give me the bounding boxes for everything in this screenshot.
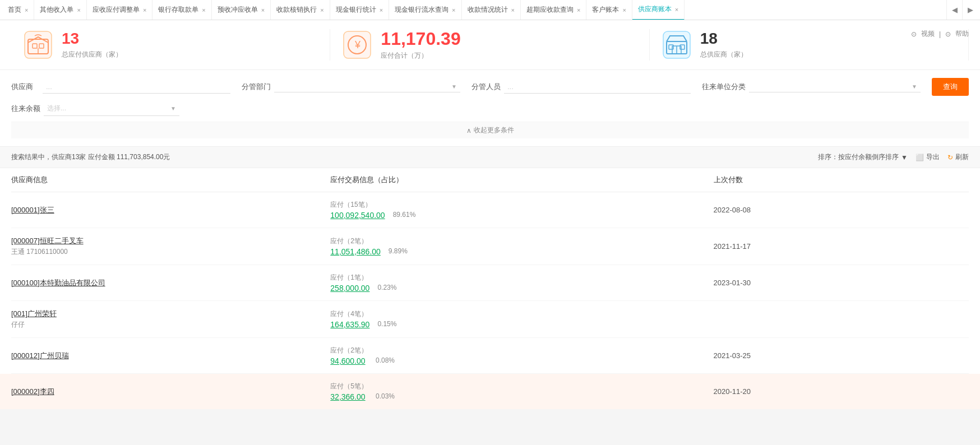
nav-tab-prepay-offset[interactable]: 预收冲应收单× — [212, 0, 271, 20]
total-suppliers-label: 总供应商（家） — [700, 50, 747, 59]
result-bar: 搜索结果中，供应商13家 应付金额 111,703,854.00元 排序：按应付… — [0, 147, 980, 168]
supplier-link[interactable]: [001]广州荣轩 — [11, 309, 57, 318]
tx-amount[interactable]: 100,092,540.00 — [330, 211, 385, 220]
balance-select[interactable]: 选择... ▼ — [44, 101, 179, 116]
balance-filter-label: 往来余额 — [11, 104, 40, 114]
transaction-cell: 应付（1笔） 258,000.00 0.23% — [330, 273, 713, 293]
tx-amount[interactable]: 164,635.90 — [330, 320, 369, 329]
supplier-link[interactable]: [000001]张三 — [11, 206, 54, 214]
lastpay-cell: 2020-11-20 — [714, 387, 969, 396]
tab-close-supplier-ledger[interactable]: × — [675, 6, 678, 13]
tab-close-cash-stat[interactable]: × — [380, 7, 383, 13]
transaction-cell: 应付（15笔） 100,092,540.00 89.61% — [330, 200, 713, 220]
supplier-filter-label: 供应商 — [11, 82, 39, 92]
nav-tab-overdue-ar[interactable]: 超期应收款查询× — [521, 0, 586, 20]
header-transaction: 应付交易信息（占比） — [330, 175, 713, 185]
supplier-link[interactable]: [000100]本特勤油品有限公司 — [11, 279, 105, 287]
transaction-cell: 应付（4笔） 164,635.90 0.15% — [330, 309, 713, 329]
tx-pct: 0.15% — [377, 320, 396, 329]
person-input[interactable] — [504, 80, 691, 94]
category-select[interactable]: ▼ — [749, 81, 921, 92]
video-icon: ⊙ — [911, 30, 917, 38]
tab-close-bank-deposit[interactable]: × — [202, 7, 205, 13]
collapse-label: 收起更多条件 — [474, 126, 514, 135]
export-button[interactable]: ⬜ 导出 — [916, 152, 940, 162]
tx-label: 应付（15笔） — [330, 200, 385, 210]
nav-arrow-right[interactable]: ▶ — [962, 0, 978, 20]
nav-arrow-left[interactable]: ◀ — [946, 0, 962, 20]
nav-tab-supplier-ledger[interactable]: 供应商账本× — [632, 0, 685, 20]
supplier-link[interactable]: [000007]恒旺二手叉车 — [11, 237, 84, 245]
table-row: [000012]广州贝瑞 应付（2笔） 94,600.00 0.08% 2021… — [11, 338, 969, 374]
tx-label: 应付（2笔） — [330, 237, 381, 246]
filter-balance: 往来余额 选择... ▼ — [11, 101, 179, 116]
tx-amount[interactable]: 94,600.00 — [330, 356, 368, 365]
nav-tab-cash-flow[interactable]: 现金银行流水查询× — [389, 0, 461, 20]
tab-close-receipt-verify[interactable]: × — [320, 7, 323, 13]
top-nav: 首页×其他收入单×应收应付调整单×银行存取款单×预收冲应收单×收款核销执行×现金… — [0, 0, 980, 20]
tx-pct: 0.23% — [377, 284, 396, 293]
nav-tab-ar-ap-adjust[interactable]: 应收应付调整单× — [87, 0, 152, 20]
tab-label: 供应商账本 — [638, 4, 672, 14]
nav-tab-receipt-verify[interactable]: 收款核销执行× — [271, 0, 330, 20]
tab-close-customer-ledger[interactable]: × — [622, 7, 626, 13]
tab-label: 现金银行流水查询 — [395, 5, 449, 15]
tab-label: 预收冲应收单 — [218, 5, 258, 15]
header-supplier: 供应商信息 — [11, 175, 330, 185]
search-button[interactable]: 查询 — [932, 78, 969, 96]
table-row: [001]广州荣轩 仔仔 应付（4笔） 164,635.90 0.15% — [11, 301, 969, 338]
tx-label: 应付（5笔） — [330, 382, 368, 391]
header-lastpay: 上次付数 — [714, 175, 969, 185]
tab-close-overdue-ar[interactable]: × — [577, 7, 580, 13]
tab-label: 银行存取款单 — [158, 5, 198, 15]
video-link[interactable]: 视频 — [921, 29, 935, 39]
tx-pct: 0.03% — [376, 392, 395, 401]
collapse-button[interactable]: ∧ 收起更多条件 — [11, 122, 969, 138]
supplier-sub: 仔仔 — [11, 320, 330, 330]
help-link[interactable]: 帮助 — [955, 29, 969, 39]
filter-row-1: 供应商 分管部门 ▼ 分管人员 往来单位分类 ▼ 查询 — [11, 78, 969, 96]
nav-tab-cash-stat[interactable]: 现金银行统计× — [330, 0, 389, 20]
payable-amount-number: 11,170.39 — [381, 29, 460, 49]
tab-close-ar-ap-adjust[interactable]: × — [143, 7, 146, 13]
export-icon: ⬜ — [916, 154, 924, 161]
dept-select[interactable]: ▼ — [274, 81, 461, 92]
balance-dropdown-icon: ▼ — [170, 105, 176, 112]
tx-pct: 0.08% — [376, 356, 395, 365]
collapse-chevron-icon: ∧ — [466, 127, 471, 135]
tx-amount[interactable]: 11,051,486.00 — [330, 247, 381, 256]
nav-tab-customer-ledger[interactable]: 客户账本× — [586, 0, 632, 20]
svg-text:¥: ¥ — [354, 39, 361, 50]
tab-close-other-income[interactable]: × — [77, 7, 80, 13]
tab-close-receipt-stat[interactable]: × — [511, 7, 515, 13]
table-container: 供应商信息 应付交易信息（占比） 上次付数 [000001]张三 应付（15笔）… — [0, 168, 980, 409]
sort-button[interactable]: 排序：按应付余额倒序排序 ▼ — [818, 152, 908, 162]
supplier-link[interactable]: [000002]李四 — [11, 387, 54, 396]
category-dropdown-icon: ▼ — [912, 84, 917, 90]
tab-close-cash-flow[interactable]: × — [452, 7, 455, 13]
table-row: [000007]恒旺二手叉车 王通 17106110000 应付（2笔） 11,… — [11, 228, 969, 265]
last-pay-date: 2023-01-30 — [714, 279, 751, 287]
supplier-input[interactable] — [43, 80, 230, 94]
tab-close-home[interactable]: × — [25, 7, 28, 13]
tx-amount[interactable]: 32,366.00 — [330, 392, 368, 401]
filter-dept: 分管部门 ▼ — [242, 81, 461, 92]
tab-label: 其他收入单 — [40, 5, 73, 15]
refresh-button[interactable]: ↻ 刷新 — [947, 152, 969, 162]
tx-amount[interactable]: 258,000.00 — [330, 284, 369, 293]
refresh-icon: ↻ — [947, 154, 953, 161]
nav-tab-receipt-stat[interactable]: 收款情况统计× — [462, 0, 521, 20]
supplier-link[interactable]: [000012]广州贝瑞 — [11, 351, 69, 360]
tab-close-prepay-offset[interactable]: × — [261, 7, 265, 13]
store-icon — [661, 29, 692, 61]
tab-label: 收款核销执行 — [276, 5, 317, 15]
supplier-info-cell: [000100]本特勤油品有限公司 — [11, 278, 330, 288]
nav-tab-other-income[interactable]: 其他收入单× — [34, 0, 86, 20]
filter-area: 供应商 分管部门 ▼ 分管人员 往来单位分类 ▼ 查询 — [0, 70, 980, 147]
nav-tab-home[interactable]: 首页× — [2, 0, 34, 20]
stats-bar: 13 总应付供应商（家） ¥ 11,170.39 应付合计（万） — [0, 20, 980, 70]
payable-amount-label: 应付合计（万） — [381, 51, 460, 61]
nav-tab-bank-deposit[interactable]: 银行存取款单× — [152, 0, 211, 20]
lastpay-cell: 2021-03-25 — [714, 351, 969, 360]
tx-label: 应付（1笔） — [330, 273, 369, 282]
